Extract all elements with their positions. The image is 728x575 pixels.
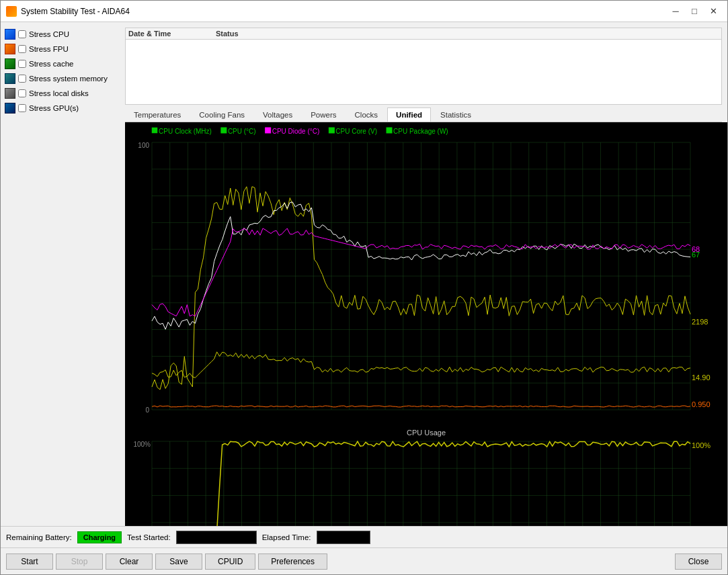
preferences-button[interactable]: Preferences [258,554,327,570]
app-icon [6,6,17,17]
window-title: System Stability Test - AIDA64 [21,7,130,16]
stress-disk-checkbox[interactable] [18,89,26,97]
cpu-usage-canvas [125,425,727,526]
save-button[interactable]: Save [155,554,202,570]
cache-stress-icon [5,58,15,69]
fpu-stress-icon [5,44,15,54]
stress-cache-label: Stress cache [29,60,73,68]
restore-button[interactable]: □ [686,4,703,19]
tabs-bar: Temperatures Cooling Fans Voltages Power… [125,107,722,122]
cpu-metrics-chart [125,122,727,423]
stress-fpu-item[interactable]: Stress FPU [5,42,121,56]
test-started-label: Test Started: [127,533,171,541]
stress-fpu-label: Stress FPU [29,45,69,53]
tab-clocks[interactable]: Clocks [346,107,387,122]
stress-cpu-checkbox[interactable] [18,30,26,38]
battery-label: Remaining Battery: [6,533,72,541]
log-date-header: Date & Time [128,30,216,38]
cpu-stress-icon [5,29,15,40]
cpuid-button[interactable]: CPUID [205,554,255,570]
tab-powers[interactable]: Powers [302,107,345,122]
stress-memory-label: Stress system memory [29,75,108,83]
log-area[interactable]: Date & Time Status [125,28,722,105]
main-content: Stress CPU Stress FPU Stress cache Stres… [1,22,727,526]
footer-buttons: Start Stop Clear Save CPUID Preferences … [1,547,727,574]
stress-cache-item[interactable]: Stress cache [5,57,121,71]
minimize-button[interactable]: ─ [667,4,684,19]
clear-button[interactable]: Clear [106,554,153,570]
log-body [126,40,721,100]
right-panel: Date & Time Status Temperatures Cooling … [125,22,727,526]
title-bar: System Stability Test - AIDA64 ─ □ ✕ [1,1,727,22]
tab-voltages[interactable]: Voltages [254,107,301,122]
tab-cooling-fans[interactable]: Cooling Fans [190,107,253,122]
stress-memory-item[interactable]: Stress system memory [5,72,121,85]
stress-memory-checkbox[interactable] [18,75,26,83]
stress-gpu-label: Stress GPU(s) [29,104,79,112]
stress-cpu-item[interactable]: Stress CPU [5,28,121,41]
stress-cache-checkbox[interactable] [18,60,26,68]
stress-fpu-checkbox[interactable] [18,45,26,53]
stress-disk-item[interactable]: Stress local disks [5,87,121,100]
main-window: System Stability Test - AIDA64 ─ □ ✕ Str… [0,0,728,575]
left-panel: Stress CPU Stress FPU Stress cache Stres… [1,22,125,526]
tab-statistics[interactable]: Statistics [432,107,480,122]
charts-area [125,122,727,526]
stop-button[interactable]: Stop [56,554,103,570]
gpu-stress-icon [5,103,15,114]
cpu-usage-chart [125,425,727,526]
test-started-value [176,531,257,544]
stress-cpu-label: Stress CPU [29,30,69,38]
elapsed-time-value [317,531,370,544]
cpu-metrics-canvas [125,122,727,423]
log-status-header: Status [216,30,719,38]
stress-gpu-item[interactable]: Stress GPU(s) [5,101,121,115]
log-header: Date & Time Status [126,28,721,40]
memory-stress-icon [5,73,15,84]
elapsed-time-label: Elapsed Time: [262,533,311,541]
close-button[interactable]: Close [675,554,722,570]
bottom-status-bar: Remaining Battery: Charging Test Started… [1,526,727,547]
stress-gpu-checkbox[interactable] [18,104,26,112]
disk-stress-icon [5,88,15,99]
start-button[interactable]: Start [6,554,53,570]
close-window-button[interactable]: ✕ [704,4,722,19]
battery-status-badge: Charging [77,531,122,543]
tab-temperatures[interactable]: Temperatures [125,107,190,122]
stress-disk-label: Stress local disks [29,89,89,97]
tab-unified[interactable]: Unified [387,107,431,122]
